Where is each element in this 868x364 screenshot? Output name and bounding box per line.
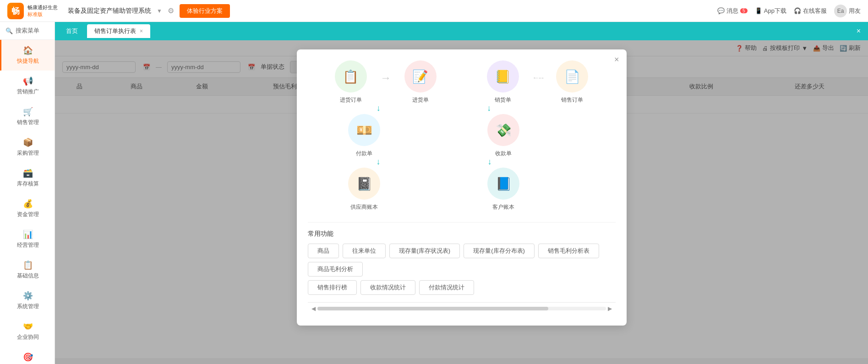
page-content: ❓ 帮助 🖨 按模板打印 ▼ 📤 导出 🔄 刷新: [55, 40, 868, 364]
payment-bill-icon: 💴: [348, 114, 380, 146]
func-btn-goods[interactable]: 商品: [308, 244, 339, 258]
purchase-order-icon: 📋: [335, 60, 367, 92]
func-btn-stock-status[interactable]: 现存量(库存状况表): [389, 244, 460, 258]
user-area[interactable]: Ea 用友: [834, 5, 861, 17]
flow-node-purchase-order[interactable]: 📋 进货订单: [323, 60, 378, 104]
basic-info-icon: 📋: [23, 260, 33, 270]
system-icon: ⚙️: [23, 291, 33, 301]
user-name: 用友: [849, 7, 861, 15]
common-functions-title: 常用功能: [308, 230, 616, 238]
sidebar-item-inventory[interactable]: 🗃️ 库存核算: [0, 163, 55, 193]
main-layout: 🔍 搜索菜单 🏠 快捷导航 📢 营销推广 🛒 销售管理 📦 采购管理 🗃️: [0, 22, 868, 364]
scroll-thumb: [317, 307, 548, 310]
func-btn-stock-dist[interactable]: 现存量(库存分布表): [464, 244, 535, 258]
experience-button[interactable]: 体验行业方案: [180, 4, 230, 18]
modal-close-button[interactable]: ×: [614, 55, 619, 65]
finance-icon: 💰: [23, 199, 33, 209]
receipt-bill-icon: 💸: [487, 114, 519, 146]
inventory-icon: 🗃️: [23, 168, 33, 178]
flow-node-payment-bill[interactable]: 💴 付款单: [337, 114, 392, 158]
message-badge: 5: [740, 8, 748, 13]
search-icon: 🔍: [5, 27, 13, 34]
function-buttons-row1: 商品 往来单位 现存量(库存状况表) 现存量(库存分布表) 销售毛利分析表 商品…: [308, 244, 616, 277]
flow-node-receipt-bill[interactable]: 💸 收款单: [476, 114, 531, 158]
home-icon: 🏠: [23, 45, 33, 55]
scroll-left-icon[interactable]: ◀: [311, 305, 316, 312]
message-button[interactable]: 💬 消息 5: [717, 7, 748, 15]
headset-icon: 🎧: [794, 7, 801, 14]
flow-node-customer-ledger[interactable]: 📘 客户账本: [476, 168, 531, 211]
supplier-ledger-icon: 📓: [348, 168, 380, 200]
sidebar-item-sales[interactable]: 🛒 销售管理: [0, 101, 55, 132]
sales-icon: 🛒: [23, 107, 33, 117]
sidebar-item-newbie[interactable]: 🎯 新手引导: [0, 347, 55, 364]
tab-sales-order[interactable]: 销售订单执行表 ×: [87, 24, 150, 38]
content-area: 首页 销售订单执行表 × × ❓ 帮助 🖨 按: [55, 22, 868, 364]
top-bar-right: 💬 消息 5 📱 App下载 🎧 在线客服 Ea 用友: [717, 5, 861, 17]
cooperation-icon: 🤝: [23, 321, 33, 331]
flow-node-purchase-bill[interactable]: 📝 进货单: [393, 60, 448, 104]
system-dropdown-icon[interactable]: ▼: [157, 8, 162, 14]
receipt-bill-label: 收款单: [495, 150, 512, 158]
sidebar-item-marketing[interactable]: 📢 营销推广: [0, 71, 55, 101]
logo-area: 畅 畅康通好生意 标准版: [7, 3, 62, 19]
purchase-bill-label: 进货单: [412, 96, 429, 104]
system-title: 装备及固定资产辅助管理系统: [68, 7, 151, 15]
online-service-button[interactable]: 🎧 在线客服: [794, 7, 827, 15]
payment-bill-label: 付款单: [356, 150, 372, 158]
func-btn-receipt-stats[interactable]: 收款情况统计: [360, 280, 415, 295]
scroll-track[interactable]: [317, 307, 606, 310]
scroll-bar-area: ◀ ▶: [308, 302, 616, 315]
common-functions: 常用功能 商品 往来单位 现存量(库存状况表) 现存量(库存分布表) 销售毛利分…: [308, 222, 616, 295]
sidebar-item-cooperation[interactable]: 🤝 企业协同: [0, 316, 55, 347]
sales-order-label: 销售订单: [561, 96, 583, 104]
flow-node-supplier-ledger[interactable]: 📓 供应商账本: [337, 168, 392, 211]
app-download-button[interactable]: 📱 App下载: [755, 7, 786, 15]
purchase-order-label: 进货订单: [340, 96, 362, 104]
func-btn-sales-ranking[interactable]: 销售排行榜: [308, 280, 357, 295]
sidebar-item-purchase[interactable]: 📦 采购管理: [0, 132, 55, 163]
flow-node-sales-bill[interactable]: 📒 销货单: [475, 60, 530, 104]
avatar: Ea: [834, 5, 847, 17]
message-icon: 💬: [717, 7, 725, 14]
newbie-icon: 🎯: [23, 352, 33, 362]
purchase-bill-icon: 📝: [404, 60, 437, 92]
top-bar: 畅 畅康通好生意 标准版 装备及固定资产辅助管理系统 ▼ ⚙ 体验行业方案 💬 …: [0, 0, 868, 22]
tab-bar: 首页 销售订单执行表 × ×: [55, 22, 868, 40]
logo-icon: 畅: [7, 3, 24, 19]
settings-icon[interactable]: ⚙: [168, 6, 174, 15]
customer-ledger-label: 客户账本: [492, 203, 514, 211]
sales-order-icon: 📄: [556, 60, 588, 92]
tab-close-all-icon[interactable]: ×: [853, 27, 864, 35]
modal-overlay[interactable]: × 📋 进货订单: [55, 40, 868, 364]
func-btn-goods-profit[interactable]: 商品毛利分析: [308, 262, 363, 277]
sidebar-item-finance[interactable]: 💰 资金管理: [0, 193, 55, 224]
tab-close-icon[interactable]: ×: [140, 28, 143, 34]
customer-ledger-icon: 📘: [487, 168, 519, 200]
logo-text: 畅康通好生意 标准版: [27, 4, 58, 17]
sales-bill-icon: 📒: [487, 60, 519, 92]
purchase-icon: 📦: [23, 137, 33, 147]
supplier-ledger-label: 供应商账本: [350, 203, 378, 211]
func-btn-payment-stats[interactable]: 付款情况统计: [419, 280, 474, 295]
sidebar-item-basic-info[interactable]: 📋 基础信息: [0, 255, 55, 285]
phone-icon: 📱: [755, 7, 762, 14]
modal-dialog: × 📋 进货订单: [297, 49, 627, 326]
flow-diagram: 📋 进货订单 → 📝: [308, 60, 616, 211]
scroll-right-icon[interactable]: ▶: [608, 305, 612, 312]
sidebar-item-quick-nav[interactable]: 🏠 快捷导航: [0, 40, 55, 71]
tab-home[interactable]: 首页: [59, 24, 85, 38]
func-btn-units[interactable]: 往来单位: [343, 244, 386, 258]
sidebar-item-system[interactable]: ⚙️ 系统管理: [0, 285, 55, 316]
search-menu-button[interactable]: 🔍 搜索菜单: [0, 22, 55, 40]
top-bar-left: 畅 畅康通好生意 标准版 装备及固定资产辅助管理系统 ▼ ⚙ 体验行业方案: [7, 3, 230, 19]
sidebar-item-operations[interactable]: 📊 经营管理: [0, 224, 55, 255]
operations-icon: 📊: [23, 229, 33, 239]
func-btn-sales-profit[interactable]: 销售毛利分析表: [538, 244, 599, 258]
sidebar: 🔍 搜索菜单 🏠 快捷导航 📢 营销推广 🛒 销售管理 📦 采购管理 🗃️: [0, 22, 55, 364]
marketing-icon: 📢: [23, 76, 33, 86]
flow-node-sales-order[interactable]: 📄 销售订单: [545, 60, 600, 104]
sales-bill-label: 销货单: [495, 96, 511, 104]
function-buttons-row2: 销售排行榜 收款情况统计 付款情况统计: [308, 280, 616, 295]
